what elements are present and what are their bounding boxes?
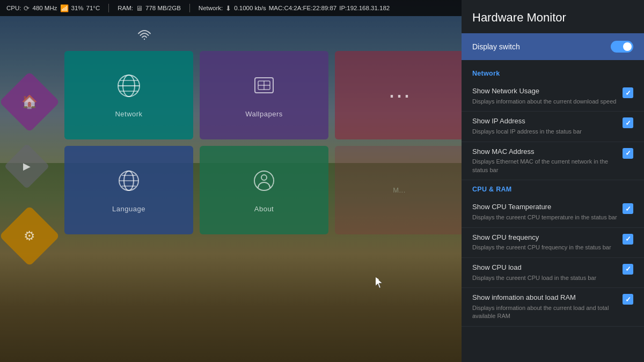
- wifi-icon: [137, 29, 152, 45]
- show-cpu-temp-desc: Displays the cureent CPU temperature in …: [472, 213, 617, 221]
- about-tile-label: About: [254, 205, 274, 213]
- language-tile-icon: [115, 167, 142, 200]
- divider-1: [108, 4, 109, 12]
- show-ram-info-title: Show infomation about load RAM: [472, 293, 617, 302]
- show-cpu-temp-text: Show CPU Teamperature Displays the curee…: [472, 203, 617, 221]
- home-icon: 🏠: [21, 94, 38, 109]
- show-mac-address-row: Show MAC Address Displays Ethernet MAC o…: [462, 142, 644, 181]
- show-cpu-load-row: Show CPU load Displays the cureent CPU l…: [462, 258, 644, 288]
- wallpapers-tile-icon: [251, 72, 277, 105]
- show-mac-address-checkbox[interactable]: [623, 148, 633, 159]
- about-tile[interactable]: About: [200, 146, 328, 234]
- signal-icon: 📶: [60, 4, 69, 12]
- svg-marker-16: [376, 277, 382, 288]
- partial-tile-bottom-right[interactable]: M...: [335, 146, 462, 234]
- display-switch-toggle[interactable]: [611, 41, 633, 53]
- cpu-temp: 71°C: [86, 5, 100, 11]
- cpu-load: 31%: [71, 5, 84, 11]
- download-icon: ⬇: [225, 4, 231, 12]
- show-cpu-temp-row: Show CPU Teamperature Displays the curee…: [462, 197, 644, 227]
- app-tile-grid: Network Wallpapers ⋯: [64, 51, 462, 234]
- show-cpu-load-title: Show CPU load: [472, 263, 617, 272]
- wallpapers-tile[interactable]: Wallpapers: [200, 51, 328, 139]
- network-tile-icon: [115, 72, 142, 105]
- show-cpu-freq-checkbox[interactable]: [623, 234, 633, 245]
- partial-tile-icon: ⋯: [388, 82, 411, 108]
- show-ip-address-row: Show IP Address Displays local IP addres…: [462, 112, 644, 142]
- ram-usage: 778 MB/2GB: [145, 5, 181, 11]
- show-network-usage-text: Show Network Usage Displays information …: [472, 87, 617, 106]
- show-ip-address-checkbox[interactable]: [623, 117, 633, 128]
- show-ip-address-text: Show IP Address Displays local IP addres…: [472, 117, 617, 136]
- partial-tile-right[interactable]: ⋯: [335, 51, 462, 139]
- show-cpu-load-checkbox[interactable]: [623, 264, 633, 275]
- show-ram-info-row: Show infomation about load RAM Displays …: [462, 288, 644, 327]
- show-ram-info-desc: Displays information about the current l…: [472, 304, 617, 321]
- media-icon: ▶: [23, 160, 31, 172]
- partial-tile-label: M...: [393, 186, 406, 194]
- show-ram-info-checkbox[interactable]: [623, 294, 633, 305]
- cpuram-section-header: CPU & RAM: [462, 180, 644, 197]
- cpu-freq: 480 MHz: [32, 5, 57, 11]
- language-tile[interactable]: Language: [64, 146, 193, 234]
- cpu-label: CPU:: [6, 5, 21, 11]
- ram-icon: 🖥: [136, 4, 143, 12]
- network-section: Network: ⬇ 0.1000 kb/s MAC:C4:2A:FE:22:8…: [199, 4, 390, 12]
- ip-address: IP:192.168.31.182: [339, 5, 390, 11]
- cpu-section: CPU: ⟳ 480 MHz 📶 31% 71°C: [6, 4, 100, 12]
- show-mac-address-title: Show MAC Address: [472, 147, 617, 157]
- show-cpu-freq-text: Show CPU frequency Displays the cureent …: [472, 233, 617, 252]
- hardware-monitor-panel: Hardware Monitor Display switch Network …: [462, 0, 644, 362]
- show-cpu-freq-title: Show CPU frequency: [472, 233, 617, 242]
- show-cpu-temp-title: Show CPU Teamperature: [472, 203, 617, 212]
- show-network-usage-row: Show Network Usage Displays information …: [462, 82, 644, 112]
- left-tile-column: 🏠 ▶ ⚙: [8, 64, 51, 262]
- mac-address: MAC:C4:2A:FE:22:89:87: [269, 5, 337, 11]
- show-cpu-load-text: Show CPU load Displays the cureent CPU l…: [472, 263, 617, 282]
- show-cpu-temp-checkbox[interactable]: [623, 203, 633, 214]
- ram-label: RAM:: [118, 5, 133, 11]
- settings-icon: ⚙: [24, 228, 35, 243]
- show-cpu-freq-desc: Displays the cureent CPU frequency in th…: [472, 243, 617, 252]
- main-content: 🏠 ▶ ⚙ Netw: [0, 16, 462, 362]
- media-tile[interactable]: ▶: [4, 144, 50, 189]
- show-cpu-freq-row: Show CPU frequency Displays the cureent …: [462, 228, 644, 258]
- network-label: Network:: [199, 5, 223, 11]
- network-section-header: Network: [462, 64, 644, 82]
- network-tile[interactable]: Network: [64, 51, 193, 139]
- show-mac-address-text: Show MAC Address Displays Ethernet MAC o…: [472, 147, 617, 175]
- cpu-icon: ⟳: [24, 4, 30, 12]
- show-network-usage-checkbox[interactable]: [623, 87, 633, 98]
- display-switch-label: Display switch: [472, 42, 520, 51]
- about-tile-icon: [251, 167, 277, 200]
- display-switch-row[interactable]: Display switch: [462, 33, 644, 60]
- show-cpu-load-desc: Displays the cureent CPU load in the sta…: [472, 274, 617, 282]
- wallpapers-tile-label: Wallpapers: [245, 110, 283, 118]
- show-mac-address-desc: Displays Ethernet MAC of the current net…: [472, 158, 617, 174]
- home-tile[interactable]: 🏠: [0, 71, 60, 132]
- divider-2: [189, 4, 190, 12]
- panel-title: Hardware Monitor: [462, 0, 644, 33]
- settings-tile[interactable]: ⚙: [0, 205, 60, 266]
- network-speed: 0.1000 kb/s: [234, 5, 266, 11]
- svg-point-15: [261, 175, 267, 180]
- show-network-usage-desc: Displays information about the current d…: [472, 98, 617, 106]
- show-ip-address-title: Show IP Address: [472, 117, 617, 126]
- network-tile-label: Network: [115, 110, 142, 118]
- show-ip-address-desc: Displays local IP address in the status …: [472, 128, 617, 136]
- show-network-usage-title: Show Network Usage: [472, 87, 617, 96]
- ram-section: RAM: 🖥 778 MB/2GB: [118, 4, 181, 12]
- language-tile-label: Language: [112, 205, 145, 213]
- show-ram-info-text: Show infomation about load RAM Displays …: [472, 293, 617, 321]
